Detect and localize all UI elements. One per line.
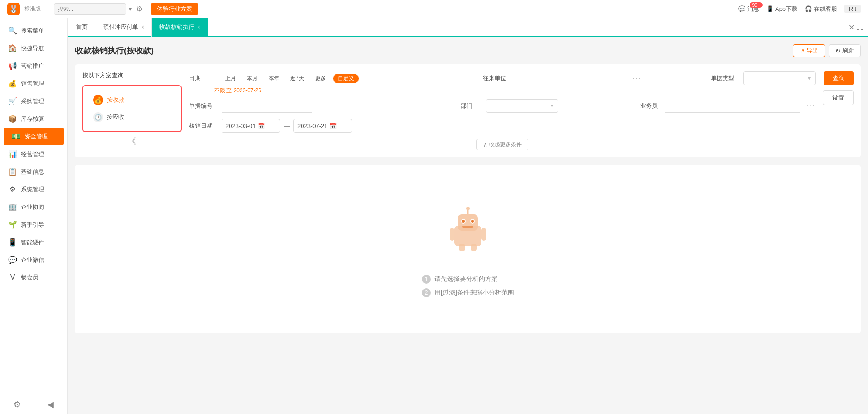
- tip-2-text: 用[过滤]条件来缩小分析范围: [434, 289, 514, 297]
- main-layout: 🔍 搜索菜单 🏠 快捷导航 📢 营销推广 💰 销售管理 🛒 采购管理 📦: [0, 18, 868, 414]
- tab-home[interactable]: 首页: [68, 18, 96, 37]
- sidebar-item-wechat[interactable]: 💬 企业微信: [0, 251, 67, 269]
- filter-option-by-receipt[interactable]: 💰 按收款: [89, 91, 175, 109]
- search-icon: 🔍: [8, 26, 17, 35]
- filter-option-by-receivable[interactable]: 🕐 按应收: [89, 109, 175, 126]
- filter-receivable-icon: 🕐: [93, 112, 103, 122]
- topbar-chevron-icon[interactable]: ▾: [129, 6, 132, 12]
- message-button[interactable]: 💬 消息 99+: [738, 5, 759, 13]
- refresh-label: 刷新: [842, 47, 854, 55]
- sidebar-item-inventory[interactable]: 📦 库存核算: [0, 110, 67, 128]
- verify-date-range: 2023-03-01 📅 — 2023-07-21 📅: [222, 119, 352, 133]
- sidebar-item-marketing[interactable]: 📢 营销推广: [0, 57, 67, 75]
- filter-conditions: 日期 上月 本月 本年 近7天 更多 自定义 往来单位 ···: [189, 71, 816, 150]
- date-btn-this-month[interactable]: 本月: [243, 74, 261, 83]
- sidebar: 🔍 搜索菜单 🏠 快捷导航 📢 营销推广 💰 销售管理 🛒 采购管理 📦: [0, 18, 68, 414]
- sidebar-item-quicknav[interactable]: 🏠 快捷导航: [0, 39, 67, 57]
- query-button[interactable]: 查询: [824, 71, 854, 85]
- refresh-button[interactable]: ↻ 刷新: [829, 44, 861, 57]
- window-close-icon[interactable]: ✕: [849, 23, 854, 32]
- collab-icon: 🏢: [8, 203, 17, 211]
- date-btn-last-month[interactable]: 上月: [222, 74, 240, 83]
- logo-icon: 🐰: [7, 3, 20, 15]
- tab-current-close[interactable]: ×: [197, 24, 200, 30]
- page-title-row: 收款核销执行(按收款) ↗ 导出 ↻ 刷新: [75, 44, 861, 57]
- svg-rect-7: [450, 228, 454, 241]
- doc-type-dropdown[interactable]: ▾: [743, 71, 816, 85]
- user-name: Rit: [849, 5, 856, 12]
- date-custom-tag[interactable]: 自定义: [333, 74, 359, 83]
- export-button[interactable]: ↗ 导出: [793, 44, 825, 57]
- filter-collapse-button[interactable]: 《: [82, 136, 182, 147]
- page-content: 收款核销执行(按收款) ↗ 导出 ↻ 刷新 按以下方案查询: [68, 37, 868, 414]
- sidebar-item-label: 营销推广: [21, 62, 44, 70]
- verify-date-start-value: 2023-03-01: [226, 123, 256, 129]
- home-icon: 🏠: [8, 44, 17, 52]
- partner-input-area[interactable]: [515, 71, 625, 85]
- date-separator: —: [284, 123, 290, 129]
- sidebar-item-member[interactable]: V 畅会员: [0, 269, 67, 286]
- sidebar-item-collab[interactable]: 🏢 企业协同: [0, 198, 67, 216]
- setting-button[interactable]: 设置: [823, 90, 854, 105]
- svg-point-5: [471, 220, 474, 223]
- marketing-icon: 📢: [8, 62, 17, 70]
- verify-date-start-input[interactable]: 2023-03-01 📅: [222, 119, 280, 133]
- online-service-button[interactable]: 🎧 在线客服: [805, 5, 837, 13]
- solution-button[interactable]: 体验行业方案: [151, 3, 198, 15]
- sidebar-item-operations[interactable]: 📊 经营管理: [0, 145, 67, 163]
- sidebar-item-label: 畅会员: [21, 273, 38, 281]
- filter-receipt-icon: 💰: [93, 95, 103, 105]
- date-subtitle: 不限 至 2023-07-26: [214, 87, 816, 95]
- svg-point-4: [462, 220, 465, 223]
- date-label: 日期: [189, 74, 214, 82]
- user-profile[interactable]: Rit: [844, 5, 861, 13]
- staff-input-area[interactable]: [665, 99, 800, 113]
- collapse-icon: 《: [128, 137, 136, 146]
- calendar-start-icon[interactable]: 📅: [258, 123, 265, 129]
- tab-prepay[interactable]: 预付冲应付单 ×: [96, 18, 152, 37]
- filter-panel: 按以下方案查询 💰 按收款 🕐 按应收 《: [75, 64, 861, 157]
- app-download-button[interactable]: 📱 App下载: [766, 5, 797, 13]
- date-btn-7days[interactable]: 近7天: [287, 74, 308, 83]
- sales-icon: 💰: [8, 79, 17, 88]
- verify-date-end-input[interactable]: 2023-07-21 📅: [293, 119, 352, 133]
- date-btn-this-year[interactable]: 本年: [265, 74, 283, 83]
- date-btn-more[interactable]: 更多: [311, 74, 330, 83]
- dept-dropdown[interactable]: ▾: [486, 99, 558, 113]
- basicinfo-icon: 📋: [8, 167, 17, 176]
- partner-select-dots[interactable]: ···: [632, 74, 641, 82]
- sidebar-item-label: 经营管理: [21, 150, 44, 158]
- collapse-more-button[interactable]: ∧ 收起更多条件: [476, 139, 528, 150]
- sidebar-item-sales[interactable]: 💰 销售管理: [0, 75, 67, 92]
- sidebar-item-guide[interactable]: 🌱 新手引导: [0, 216, 67, 233]
- sidebar-menu: 🔍 搜索菜单 🏠 快捷导航 📢 营销推广 💰 销售管理 🛒 采购管理 📦: [0, 18, 67, 395]
- app-logo: 🐰: [7, 3, 20, 15]
- staff-select-dots[interactable]: ···: [807, 102, 816, 110]
- doc-no-input-area[interactable]: [222, 99, 312, 113]
- window-expand-icon[interactable]: ⛶: [856, 23, 863, 31]
- topbar-search-input[interactable]: [54, 3, 126, 15]
- sidebar-collapse-icon[interactable]: ◀: [47, 400, 54, 409]
- tab-actions: ✕ ⛶: [844, 23, 868, 32]
- tab-current[interactable]: 收款核销执行 ×: [152, 18, 208, 37]
- filter-date-group: 上月 本月 本年 近7天 更多 自定义: [222, 74, 359, 83]
- system-icon: ⚙: [8, 185, 17, 194]
- guide-icon: 🌱: [8, 220, 17, 229]
- export-label: 导出: [807, 47, 818, 55]
- filter-collapse-row: ∧ 收起更多条件: [189, 139, 816, 150]
- sidebar-settings-icon[interactable]: ⚙: [14, 400, 21, 409]
- sidebar-item-system[interactable]: ⚙ 系统管理: [0, 181, 67, 198]
- content-area: 首页 预付冲应付单 × 收款核销执行 × ✕ ⛶ 收款核销执行(按收款): [68, 18, 868, 414]
- calendar-end-icon[interactable]: 📅: [330, 123, 337, 129]
- sidebar-item-search[interactable]: 🔍 搜索菜单: [0, 22, 67, 39]
- sidebar-bottom: ⚙ ◀: [0, 395, 67, 414]
- topbar-settings-icon[interactable]: ⚙: [136, 5, 142, 13]
- sidebar-item-basicinfo[interactable]: 📋 基础信息: [0, 163, 67, 181]
- filter-scheme-title: 按以下方案查询: [82, 71, 182, 80]
- sidebar-item-purchase[interactable]: 🛒 采购管理: [0, 92, 67, 110]
- sidebar-item-hardware[interactable]: 📱 智能硬件: [0, 233, 67, 251]
- page-title-actions: ↗ 导出 ↻ 刷新: [793, 44, 861, 57]
- sidebar-item-finance[interactable]: 💵 资金管理: [4, 128, 64, 145]
- app-version: 标准版: [24, 5, 41, 13]
- tab-prepay-close[interactable]: ×: [141, 24, 144, 30]
